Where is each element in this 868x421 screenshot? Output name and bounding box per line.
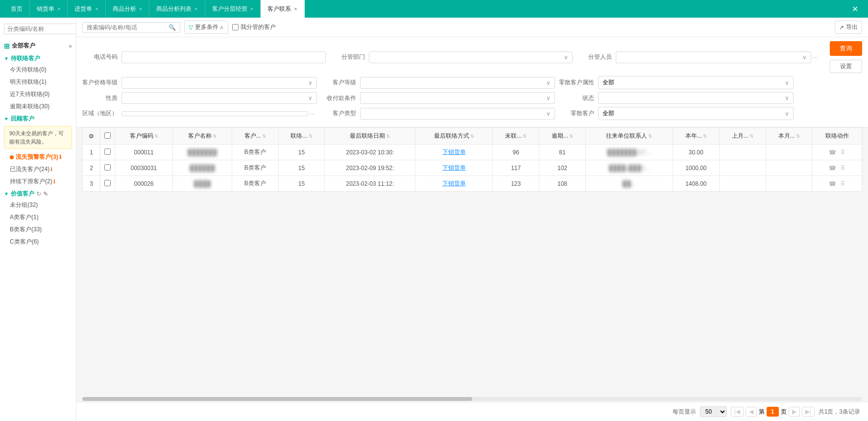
cell-method-1[interactable]: 下销货单 [415,145,493,160]
tab-analysis-list[interactable]: 商品分析列表 × [149,0,205,18]
row-checkbox-1[interactable] [104,149,111,155]
tab-customer-tier-close[interactable]: × [250,6,253,12]
tab-sales-close[interactable]: × [57,6,60,12]
tab-sales[interactable]: 销货单 × [30,0,68,18]
sidebar-item-tomorrow[interactable]: 明天待联络(1) [0,76,76,88]
customer-grade-select[interactable]: ∨ [360,77,555,89]
tab-analysis-close[interactable]: × [139,6,142,12]
action-icon-more-2[interactable]: ⠿ [841,165,845,172]
price-grade-select[interactable]: ∨ [121,77,317,89]
tab-analysis[interactable]: 商品分析 × [106,0,149,18]
window-close-button[interactable]: ✕ [846,4,864,14]
tab-home[interactable]: 首页 [4,0,30,18]
th-overdue[interactable]: 逾期...⇅ [539,128,586,145]
scrollbar-track[interactable] [82,397,862,401]
th-checkbox[interactable] [100,128,115,145]
th-last-date[interactable]: 最后联络日期⇅ [325,128,415,145]
th-code[interactable]: 客户编码⇅ [115,128,173,145]
th-contact-person[interactable]: 往来单位联系人⇅ [585,128,673,145]
my-customers-checkbox[interactable] [232,24,239,30]
th-this-month[interactable]: 本月...⇅ [766,128,812,145]
first-page-button[interactable]: |◀ [731,407,744,417]
th-unlink[interactable]: 未联...⇅ [493,128,539,145]
sidebar-item-class-a[interactable]: A类客户(1) [0,211,76,223]
th-type[interactable]: 客户...⇅ [232,128,278,145]
th-last-month[interactable]: 上月...⇅ [719,128,766,145]
sidebar-item-class-c[interactable]: C类客户(6) [0,236,76,248]
tab-purchase[interactable]: 进货单 × [68,0,105,18]
refresh-icon[interactable]: ↻ [36,191,41,198]
cell-checkbox-1[interactable] [100,145,115,160]
tab-analysis-list-close[interactable]: × [194,6,197,12]
filter-row-4: 区域（地区） ··· 客户类型 ∨ 零散客户 [82,107,862,120]
search-icon[interactable]: 🔍 [169,24,176,31]
scrollbar-area[interactable] [76,396,868,402]
manager-select[interactable]: ∨ [616,51,811,63]
action-icon-link-2[interactable]: ☎ [829,165,836,172]
sidebar-item-7days[interactable]: 近7天待联络(0) [0,88,76,100]
cell-checkbox-3[interactable] [100,176,115,192]
sidebar-item-today[interactable]: 今天待联络(0) [0,64,76,76]
row-checkbox-2[interactable] [104,164,111,171]
sidebar-item-class-b[interactable]: B类客户(33) [0,223,76,236]
action-icon-more-1[interactable]: ⠿ [841,149,845,156]
scrollbar-thumb[interactable] [82,397,472,401]
phone-input[interactable] [121,51,326,63]
th-this-year[interactable]: 本年...⇅ [673,128,719,145]
tab-purchase-close[interactable]: × [95,6,98,12]
last-page-button[interactable]: ▶| [802,407,815,417]
retail-customer-select[interactable]: 全部 ∨ [598,107,794,120]
cell-method-2[interactable]: 下销货单 [415,160,493,176]
customer-type-select[interactable]: ∨ [360,108,555,120]
search-box: 🔍 [82,22,180,33]
sidebar-item-overdue[interactable]: 逾期未联络(30) [0,100,76,113]
page-size-select[interactable]: 50 100 200 [700,406,727,417]
query-button[interactable]: 查询 [830,41,862,56]
export-button[interactable]: ↗ 导出 [835,21,862,34]
more-region-icon[interactable]: ··· [308,110,317,117]
action-icon-more-3[interactable]: ⠿ [841,180,845,187]
sidebar-item-churn-warning[interactable]: 流失预警客户(3) ℹ [0,151,76,163]
cell-person-3: ██... [585,176,673,192]
tab-customer-contact-close[interactable]: × [294,6,297,12]
sidebar-section-review[interactable]: ▼ 回顾客户 [0,113,76,124]
status-select[interactable]: ∨ [598,92,794,104]
th-last-method[interactable]: 最后联络方式⇅ [415,128,493,145]
row-checkbox-3[interactable] [104,180,111,186]
settings-icon[interactable]: ⚙ [89,133,94,140]
cell-checkbox-2[interactable] [100,160,115,176]
more-manager-icon[interactable]: ··· [811,54,820,61]
sidebar-item-ungroup[interactable]: 未分组(32) [0,199,76,211]
sidebar-item-declining[interactable]: 持续下滑客户(2) ℹ [0,175,76,188]
sidebar-section-value[interactable]: ▼ 价值客户 ↻ ✎ [0,188,76,199]
settings-button[interactable]: 设置 [830,60,862,73]
region-select[interactable] [121,111,308,116]
sidebar-collapse-btn[interactable]: « [69,43,72,50]
chevron-down-payment: ∨ [546,95,551,101]
sidebar-section-pending[interactable]: ▼ 待联络客户 [0,52,76,64]
cell-method-3[interactable]: 下销货单 [415,176,493,192]
department-select[interactable]: ∨ [369,51,573,63]
search-input[interactable] [87,24,169,31]
nature-select[interactable]: ∨ [121,92,317,104]
th-contact[interactable]: 联络...⇅ [278,128,325,145]
edit-icon[interactable]: ✎ [43,191,48,198]
chevron-down-retail-attr: ∨ [785,79,789,86]
th-name[interactable]: 客户名称⇅ [173,128,232,145]
select-all-checkbox[interactable] [104,132,111,139]
action-icon-link-1[interactable]: ☎ [829,149,836,156]
action-icon-link-3[interactable]: ☎ [829,180,836,187]
tab-customer-tier[interactable]: 客户分层经营 × [205,0,261,18]
more-conditions-button[interactable]: ▽ 更多条件 ∧ [184,21,228,34]
tab-customer-contact[interactable]: 客户联系 × [261,0,304,18]
prev-page-button[interactable]: ◀ [746,407,757,417]
cell-lmonth-1 [719,145,766,160]
retail-attr-select[interactable]: 全部 ∨ [598,76,794,89]
sidebar-item-churned[interactable]: 已流失客户(24) ℹ [0,163,76,175]
sidebar-search-input[interactable] [4,24,76,34]
sidebar-all-customers[interactable]: ⊞ 全部客户 « [0,39,76,52]
payment-select[interactable]: ∨ [360,92,555,104]
cell-unlink-1: 96 [493,145,539,160]
th-settings[interactable]: ⚙ [83,128,100,145]
next-page-button[interactable]: ▶ [789,407,800,417]
